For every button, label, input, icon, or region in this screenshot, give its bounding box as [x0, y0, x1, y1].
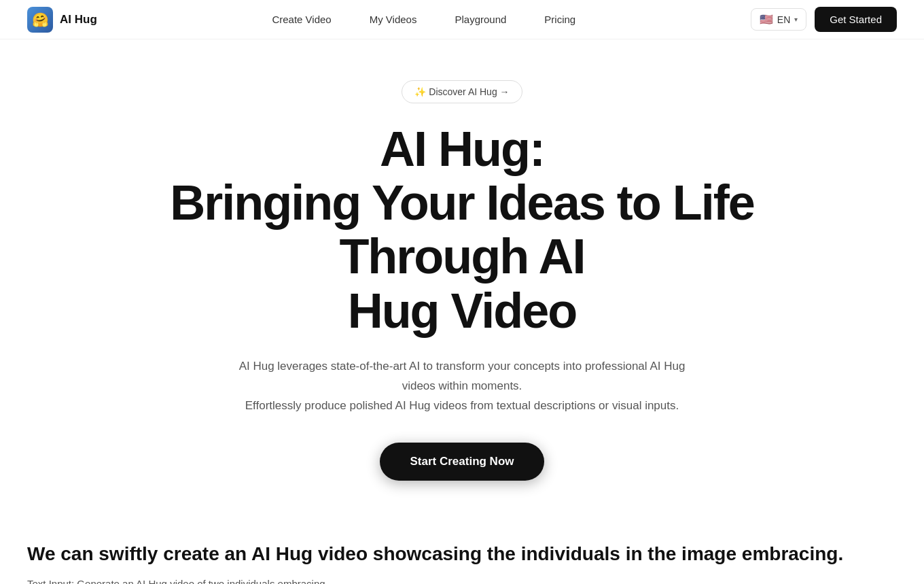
hero-subtitle-line2: Effortlessly produce polished AI Hug vid… [245, 399, 679, 412]
hero-section: ✨ Discover AI Hug → AI Hug: Bringing You… [0, 39, 924, 508]
nav-links: Create Video My Videos Playground Pricin… [253, 0, 594, 39]
feature-subtext: Text Input: Generate an AI Hug video of … [27, 578, 897, 584]
brand-name: AI Hug [60, 13, 97, 27]
feature-headline: We can swiftly create an AI Hug video sh… [27, 542, 897, 566]
discover-badge[interactable]: ✨ Discover AI Hug → [402, 80, 522, 103]
get-started-button[interactable]: Get Started [815, 7, 897, 32]
nav-create-video[interactable]: Create Video [253, 0, 350, 39]
hero-subtitle: AI Hug leverages state-of-the-art AI to … [231, 357, 693, 416]
nav-my-videos[interactable]: My Videos [351, 0, 436, 39]
hero-title-line2: Bringing Your Ideas to Life Through AI [170, 175, 753, 284]
navbar-right: 🇺🇸 EN ▾ Get Started [751, 7, 897, 32]
navbar: 🤗 AI Hug Create Video My Videos Playgrou… [0, 0, 924, 39]
hero-title: AI Hug: Bringing Your Ideas to Life Thro… [88, 122, 836, 338]
lang-label: EN [777, 14, 790, 25]
logo-icon: 🤗 [27, 7, 53, 33]
nav-pricing[interactable]: Pricing [525, 0, 594, 39]
hero-subtitle-line1: AI Hug leverages state-of-the-art AI to … [239, 360, 686, 392]
language-selector[interactable]: 🇺🇸 EN ▾ [751, 8, 806, 31]
flag-icon: 🇺🇸 [760, 13, 773, 26]
nav-playground[interactable]: Playground [436, 0, 525, 39]
hero-title-line3: Hug Video [348, 284, 577, 338]
chevron-down-icon: ▾ [794, 16, 798, 23]
cta-button[interactable]: Start Creating Now [380, 443, 544, 481]
hero-title-line1: AI Hug: [380, 122, 544, 176]
feature-section: We can swiftly create an AI Hug video sh… [0, 508, 924, 584]
logo[interactable]: 🤗 AI Hug [27, 7, 97, 33]
